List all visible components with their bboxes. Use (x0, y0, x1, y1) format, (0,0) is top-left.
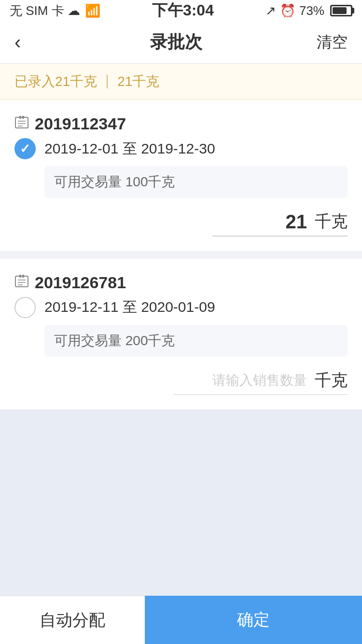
auto-distribute-button[interactable]: 自动分配 (0, 596, 145, 644)
svg-rect-8 (22, 275, 24, 278)
status-bar: 无 SIM 卡 ☁ 📶 下午3:04 ↗ ⏰ 73% (0, 0, 362, 21)
info-banner: 已录入21千克 21千克 (0, 64, 362, 100)
batch1-date: 2019-12-01 至 2019-12-30 (44, 139, 215, 159)
alarm-icon: ⏰ (280, 3, 295, 18)
batch2-qty-row: 请输入销售数量 千克 (14, 364, 348, 400)
info-value: 21千克 (117, 72, 159, 91)
sim-status: 无 SIM 卡 ☁ (10, 2, 80, 19)
location-icon: ↗ (265, 3, 276, 18)
batch2-date: 2019-12-11 至 2020-01-09 (44, 297, 215, 317)
batch2-date-row: 2019-12-11 至 2020-01-09 (14, 297, 348, 318)
batch1-id: 2019112347 (35, 114, 126, 133)
status-left: 无 SIM 卡 ☁ 📶 (10, 2, 100, 19)
info-divider (107, 75, 108, 88)
batch1-available: 可用交易量 100千克 (44, 166, 348, 198)
nav-bar: ‹ 录批次 清空 (0, 21, 362, 64)
clear-button[interactable]: 清空 (309, 32, 348, 53)
batch2-unit: 千克 (315, 369, 348, 392)
svg-rect-2 (22, 116, 24, 119)
status-right: ↗ ⏰ 73% (265, 3, 352, 18)
separator-1 (0, 251, 362, 259)
batch1-date-row: 2019-12-01 至 2019-12-30 (14, 138, 348, 159)
wifi-icon: 📶 (85, 3, 100, 18)
batch1-icon (14, 115, 29, 132)
batch1-qty-row: 21 千克 (14, 206, 348, 241)
batch2-radio[interactable] (14, 297, 36, 318)
confirm-button[interactable]: 确定 (145, 596, 362, 644)
battery-percent: 73% (299, 3, 324, 18)
batch2-available: 可用交易量 200千克 (44, 325, 348, 357)
batch2-header: 2019126781 (14, 273, 348, 292)
page-title: 录批次 (150, 30, 202, 54)
batch2-icon (14, 274, 29, 291)
bottom-area (0, 409, 362, 612)
status-time: 下午3:04 (152, 0, 214, 21)
bottom-buttons: 自动分配 确定 (0, 596, 362, 644)
back-button[interactable]: ‹ (14, 31, 43, 53)
batch2-input-placeholder: 请输入销售数量 (212, 371, 307, 390)
batch2-id: 2019126781 (35, 273, 126, 292)
batch1-radio[interactable] (14, 138, 36, 159)
battery-icon (330, 5, 352, 16)
batch-item-1: 2019112347 2019-12-01 至 2019-12-30 可用交易量… (0, 100, 362, 251)
batch1-unit: 千克 (315, 210, 348, 233)
batch1-quantity: 21 (286, 211, 307, 233)
batch-item-2: 2019126781 2019-12-11 至 2020-01-09 可用交易量… (0, 259, 362, 410)
batch1-header: 2019112347 (14, 114, 348, 133)
svg-rect-1 (19, 116, 21, 119)
svg-rect-7 (19, 275, 21, 278)
info-label: 已录入21千克 (14, 72, 97, 91)
